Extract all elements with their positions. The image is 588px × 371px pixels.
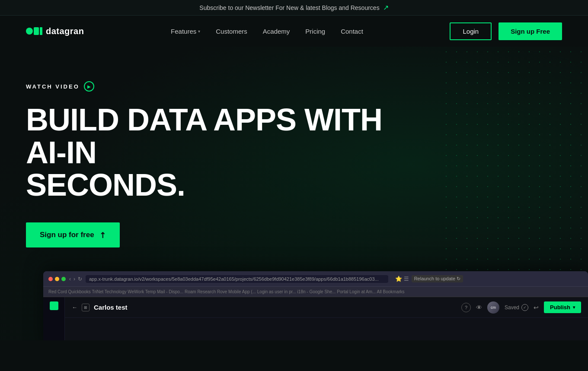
- minimize-window-icon: [55, 277, 59, 281]
- browser-mockup: ‹ › ↻ app.x-trunk.datagran.io/v2/workspa…: [43, 271, 588, 340]
- url-bar[interactable]: app.x-trunk.datagran.io/v2/workspaces/5e…: [86, 275, 388, 283]
- svg-point-0: [26, 28, 33, 35]
- svg-rect-4: [54, 304, 56, 308]
- chevron-down-icon: ▾: [573, 305, 575, 310]
- maximize-window-icon: [61, 277, 66, 281]
- logo[interactable]: datagran: [26, 26, 84, 36]
- page-title: Carlos test: [94, 304, 128, 311]
- hero-title: BUILD DATA APPS WITH AI-IN SECONDS.: [26, 104, 415, 202]
- nav-features[interactable]: Features ▾: [171, 28, 200, 35]
- close-window-icon: [48, 277, 53, 281]
- sidebar-logo: [50, 301, 58, 310]
- bookmarks-bar: Red Cord Quickbooks TriNet Technology We…: [43, 287, 588, 297]
- saved-badge: Saved ✓: [505, 304, 528, 311]
- nav-links: Features ▾ Customers Academy Pricing Con…: [171, 28, 363, 35]
- relaunch-button[interactable]: Relaunch to update ↻: [412, 275, 463, 282]
- nav-contact[interactable]: Contact: [341, 28, 363, 35]
- cta-label: Sign up for free: [40, 231, 94, 239]
- toolbar-left: ← ⊞ Carlos test: [72, 304, 128, 311]
- browser-navigation: ‹ › ↻: [69, 276, 82, 282]
- browser-chrome: ‹ › ↻ app.x-trunk.datagran.io/v2/workspa…: [43, 271, 588, 287]
- top-banner: Subscribe to our Newsletter For New & la…: [0, 0, 588, 16]
- svg-rect-2: [40, 27, 42, 35]
- navbar: datagran Features ▾ Customers Academy Pr…: [0, 16, 588, 47]
- nav-customers[interactable]: Customers: [216, 28, 247, 35]
- svg-rect-1: [34, 27, 39, 35]
- undo-icon[interactable]: ↩: [534, 304, 539, 311]
- back-icon[interactable]: ‹: [69, 276, 71, 282]
- nav-actions: Login Sign up Free: [450, 22, 562, 40]
- logo-text: datagran: [46, 26, 84, 36]
- login-button[interactable]: Login: [450, 22, 492, 40]
- user-avatar: cm: [487, 301, 499, 314]
- browser-window-controls: [48, 277, 66, 281]
- help-icon[interactable]: ?: [461, 303, 471, 312]
- app-toolbar: ← ⊞ Carlos test ? 👁 cm Saved ✓ ↩: [65, 297, 588, 318]
- play-icon[interactable]: ▶: [84, 81, 94, 92]
- signup-button[interactable]: Sign up Free: [499, 22, 562, 40]
- svg-point-3: [51, 304, 54, 308]
- hero-section: WATCH VIDEO ▶ BUILD DATA APPS WITH AI-IN…: [0, 47, 588, 340]
- banner-text: Subscribe to our Newsletter For New & la…: [199, 4, 379, 11]
- saved-label: Saved: [505, 304, 519, 311]
- nav-squares-icon: ⊞: [82, 304, 89, 311]
- cta-arrow-icon: ↗: [97, 229, 108, 241]
- browser-extensions: ⭐ ☰: [395, 276, 409, 282]
- saved-checkmark-icon: ✓: [521, 304, 528, 311]
- nav-academy[interactable]: Academy: [263, 28, 290, 35]
- watch-video-label: WATCH VIDEO: [26, 83, 80, 90]
- chevron-down-icon: ▾: [198, 29, 200, 34]
- forward-icon[interactable]: ›: [74, 276, 75, 282]
- logo-icon: [26, 26, 42, 36]
- hero-cta-button[interactable]: Sign up for free ↗: [26, 222, 120, 247]
- bookmarks-text: Red Cord Quickbooks TriNet Technology We…: [48, 289, 405, 294]
- browser-body: ← ⊞ Carlos test ? 👁 cm Saved ✓ ↩: [43, 297, 588, 340]
- toolbar-right: ? 👁 cm Saved ✓ ↩ Publish ▾: [461, 301, 581, 314]
- app-sidebar: [43, 297, 65, 340]
- banner-arrow-icon: ↗: [383, 3, 389, 12]
- refresh-icon[interactable]: ↻: [78, 276, 82, 282]
- eye-icon[interactable]: 👁: [476, 304, 482, 311]
- nav-pricing[interactable]: Pricing: [305, 28, 325, 35]
- publish-button[interactable]: Publish ▾: [544, 301, 581, 313]
- app-main: ← ⊞ Carlos test ? 👁 cm Saved ✓ ↩: [65, 297, 588, 340]
- publish-label: Publish: [550, 304, 570, 311]
- back-arrow-icon[interactable]: ←: [72, 304, 77, 311]
